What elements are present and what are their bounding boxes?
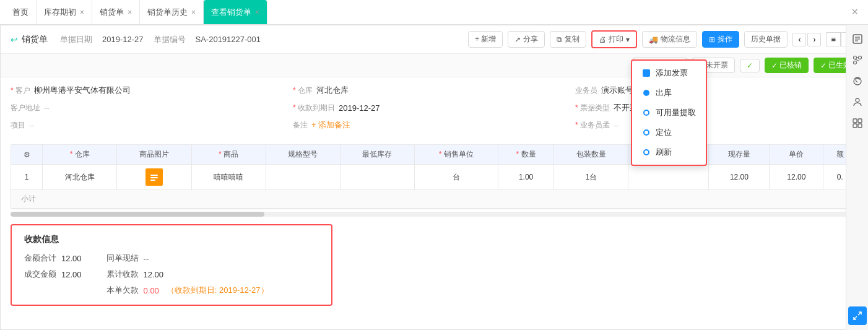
confirm-button[interactable]: ✓ xyxy=(740,59,760,72)
cell-warehouse: 河北仓库 xyxy=(43,165,117,190)
locate-label: 定位 xyxy=(656,127,672,138)
customer-field: 客户 柳州粤港平安气体有限公司 xyxy=(11,85,293,96)
deal-label: 成交金额 xyxy=(24,269,56,280)
new-button[interactable]: + 新增 xyxy=(468,31,503,48)
cell-qty: 1.00 xyxy=(498,165,554,190)
check-icon: ✓ xyxy=(747,61,753,70)
dropdown-item-available-qty[interactable]: 可用量提取 xyxy=(632,103,706,123)
available-qty-label: 可用量提取 xyxy=(656,107,696,118)
pagination-buttons: ‹ › xyxy=(792,33,821,46)
cell-current-stock: 12.00 xyxy=(709,165,770,190)
doc-title: 销货单 xyxy=(22,34,48,45)
meta-no-label: 单据编号 xyxy=(154,34,186,45)
list-view-button[interactable]: ≡ xyxy=(826,32,841,46)
operation-button[interactable]: ⊞ 操作 xyxy=(702,31,739,48)
svg-point-10 xyxy=(853,61,856,64)
cell-unit: 台 xyxy=(414,165,498,190)
due-date-value: 2019-12-27 xyxy=(339,103,380,113)
project-label: 项目 xyxy=(11,120,25,131)
copy-button[interactable]: ⧉ 复制 xyxy=(550,31,586,48)
doc-title-icon: ↩ xyxy=(11,35,18,45)
document-area: ↩ 销货单 单据日期 2019-12-27 单据编号 SA-20191227-0… xyxy=(0,25,868,330)
form-row-2: 客户地址 -- 收款到期日 2019-12-27 票据类型 不开票 xyxy=(11,102,857,113)
meta-date-value: 2019-12-27 xyxy=(102,35,144,44)
col-product: 商品 xyxy=(191,145,266,165)
order-balance-item: 本单欠款 0.00 （收款到期日: 2019-12-27） xyxy=(106,285,269,296)
sidebar-icon-expand[interactable] xyxy=(848,306,867,325)
add-note-button[interactable]: + 添加备注 xyxy=(311,119,350,131)
add-invoice-label: 添加发票 xyxy=(656,67,688,79)
sub-toolbar: 📱 来自手机 未开票 ✓ ✓ 已核销 ✓ 已生效 xyxy=(1,54,867,77)
accumulated-label: 累计收款 xyxy=(106,269,139,280)
sidebar-icon-4[interactable] xyxy=(848,93,867,111)
prev-button[interactable]: ‹ xyxy=(792,33,806,46)
locate-icon xyxy=(642,128,651,137)
tab-bar: 首页 库存期初 × 销货单 × 销货单历史 × 查看销货单 × × xyxy=(0,0,868,25)
close-tab-view-sales[interactable]: × xyxy=(255,8,259,17)
print-dropdown-icon: ▾ xyxy=(626,35,630,44)
tab-sales-order[interactable]: 销货单 × xyxy=(92,0,140,24)
svg-rect-1 xyxy=(150,175,158,176)
dropdown-item-refresh[interactable]: 刷新 xyxy=(632,142,706,162)
svg-point-9 xyxy=(858,56,861,59)
invoice-type-label: 票据类型 xyxy=(575,103,610,113)
form-area: 客户 柳州粤港平安气体有限公司 仓库 河北仓库 业务员 演示账号 客户地址 --… xyxy=(1,77,867,144)
cell-product: 嘻嘻嘻嘻 xyxy=(191,165,266,190)
subtotal-row: 小计 xyxy=(11,190,857,209)
close-tab-sales-order[interactable]: × xyxy=(128,8,132,17)
history-button[interactable]: 历史单据 xyxy=(744,31,788,48)
same-order-label: 同单现结 xyxy=(106,253,139,264)
dropdown-item-outbound[interactable]: 出库 xyxy=(632,83,706,103)
svg-point-14 xyxy=(856,98,859,102)
table-body: 1 河北仓库 嘻嘻嘻嘻 xyxy=(11,165,857,209)
cell-min-stock xyxy=(340,165,414,190)
add-invoice-icon xyxy=(642,69,651,77)
address-label: 客户地址 xyxy=(11,103,40,113)
tab-home[interactable]: 首页 xyxy=(5,0,37,24)
window-close-button[interactable]: × xyxy=(846,6,863,19)
sidebar-icon-1[interactable] xyxy=(848,30,867,48)
salesperson-field: 业务员 演示账号 xyxy=(575,85,857,96)
close-tab-inventory[interactable]: × xyxy=(80,8,84,17)
doc-actions: + 新增 ↗ 分享 ⧉ 复制 🖨 打印 ▾ 🚚 物流信息 ⊞ 操作 xyxy=(468,30,857,48)
svg-rect-3 xyxy=(150,180,155,181)
form-row-1: 客户 柳州粤港平安气体有限公司 仓库 河北仓库 业务员 演示账号 xyxy=(11,85,857,96)
tab-view-sales[interactable]: 查看销货单 × xyxy=(204,0,267,24)
subtotal-cell: 小计 xyxy=(11,190,857,209)
outbound-icon xyxy=(642,89,651,97)
col-product-img: 商品图片 xyxy=(117,145,191,165)
total-label: 金额合计 xyxy=(24,253,56,264)
tab-inventory-init[interactable]: 库存期初 × xyxy=(37,0,92,24)
next-button[interactable]: › xyxy=(807,33,821,46)
svg-point-8 xyxy=(853,56,856,59)
col-min-stock: 最低库存 xyxy=(340,145,414,165)
refresh-label: 刷新 xyxy=(656,147,672,158)
dropdown-item-locate[interactable]: 定位 xyxy=(632,123,706,142)
col-settings[interactable]: ⚙ xyxy=(11,145,43,165)
print-button[interactable]: 🖨 打印 ▾ xyxy=(591,30,637,48)
dropdown-item-add-invoice[interactable]: 添加发票 xyxy=(632,63,706,83)
due-date-field: 收款到期日 2019-12-27 xyxy=(293,103,575,113)
share-button[interactable]: ↗ 分享 xyxy=(508,31,545,48)
col-pack-qty: 包装数量 xyxy=(554,145,628,165)
available-qty-icon xyxy=(642,108,651,117)
payment-rows: 金额合计 12.00 成交金额 12.00 同单现结 -- 累计收款 12.00 xyxy=(24,253,319,296)
balance-label: 本单欠款 xyxy=(106,285,139,296)
sidebar-icon-5[interactable] xyxy=(848,114,867,132)
horizontal-scrollbar[interactable] xyxy=(11,212,857,217)
sidebar-icon-2[interactable] xyxy=(848,51,867,69)
scrollbar-thumb xyxy=(11,212,264,217)
sidebar-icon-3[interactable] xyxy=(848,72,867,90)
warehouse-value: 河北仓库 xyxy=(316,85,349,96)
document-header: ↩ 销货单 单据日期 2019-12-27 单据编号 SA-20191227-0… xyxy=(1,25,867,54)
check-circle-icon: ✓ xyxy=(771,61,778,70)
col-spec: 规格型号 xyxy=(266,145,340,165)
close-tab-sales-history[interactable]: × xyxy=(191,8,196,17)
payment-total-item: 金额合计 12.00 xyxy=(24,253,82,264)
payment-col-left: 金额合计 12.00 成交金额 12.00 xyxy=(24,253,82,296)
same-order-value: -- xyxy=(144,254,149,263)
logistics-button[interactable]: 🚚 物流信息 xyxy=(642,31,697,48)
tab-sales-history[interactable]: 销货单历史 × xyxy=(140,0,204,24)
balance-value: 0.00 xyxy=(144,286,159,295)
already-voided-button[interactable]: ✓ 已核销 xyxy=(765,58,809,73)
